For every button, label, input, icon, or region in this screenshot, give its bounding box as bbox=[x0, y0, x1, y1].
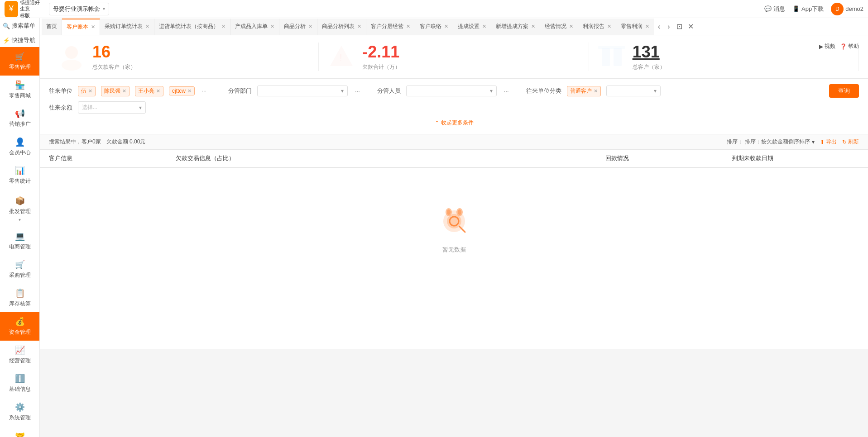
content-area: 首页 客户账本 ✕ 采购订单统计表 ✕ 进货单统计表（按商品） ✕ 产成品入库单… bbox=[40, 18, 868, 437]
tab-bar: 首页 客户账本 ✕ 采购订单统计表 ✕ 进货单统计表（按商品） ✕ 产成品入库单… bbox=[40, 18, 868, 35]
svg-point-13 bbox=[447, 209, 451, 215]
sidebar-item-retail-mall[interactable]: 🏪 零售商城 bbox=[0, 76, 39, 104]
tab-purchase-order[interactable]: 采购订单统计表 ✕ bbox=[100, 19, 154, 35]
quick-nav-icon: ⚡ bbox=[3, 37, 10, 44]
tab-close-icon[interactable]: ✕ bbox=[482, 24, 486, 29]
tab-close-icon[interactable]: ✕ bbox=[406, 24, 410, 29]
tab-close-icon[interactable]: ✕ bbox=[221, 24, 225, 29]
search-menu-button[interactable]: 🔍 搜索菜单 bbox=[0, 18, 39, 33]
more-tags-button[interactable]: ··· bbox=[200, 87, 208, 95]
sidebar-item-inventory[interactable]: 📋 库存核算 bbox=[0, 284, 39, 312]
tab-retail-profit[interactable]: 零售利润 ✕ bbox=[616, 19, 654, 35]
tab-prev-button[interactable]: ‹ bbox=[654, 23, 664, 31]
results-bar: 搜索结果中，客户0家 欠款金额 0.00元 排序： 排序：按欠款金额倒序排序 ▾… bbox=[40, 134, 868, 150]
help-button[interactable]: ❓ 帮助 bbox=[840, 43, 859, 50]
results-right-actions: 排序： 排序：按欠款金额倒序排序 ▾ ⬆ 导出 ↻ 刷新 bbox=[727, 138, 859, 146]
query-button[interactable]: 查询 bbox=[829, 84, 859, 98]
tab-close-icon[interactable]: ✕ bbox=[357, 24, 361, 29]
stat-text-total: 131 总客户（家） bbox=[633, 43, 665, 71]
message-icon: 💬 bbox=[764, 5, 772, 12]
tab-home[interactable]: 首页 bbox=[42, 19, 62, 35]
tab-expand-button[interactable]: ⊡ bbox=[674, 21, 685, 32]
tab-close-all-button[interactable]: ✕ bbox=[685, 21, 696, 32]
tab-close-icon[interactable]: ✕ bbox=[91, 24, 95, 30]
remove-icon[interactable]: ✕ bbox=[594, 88, 598, 94]
sidebar-item-marketing[interactable]: 📢 营销推广 bbox=[0, 104, 39, 133]
sidebar-item-system[interactable]: ⚙️ 系统管理 bbox=[0, 398, 39, 426]
svg-rect-4 bbox=[602, 48, 610, 66]
filter-tag-wu[interactable]: 伍 ✕ bbox=[78, 86, 96, 96]
tab-close-icon[interactable]: ✕ bbox=[569, 24, 573, 29]
tab-close-icon[interactable]: ✕ bbox=[531, 24, 535, 29]
remove-icon[interactable]: ✕ bbox=[187, 88, 192, 94]
unit-type-select[interactable]: ▾ bbox=[606, 86, 661, 96]
dept-select[interactable]: ▾ bbox=[257, 86, 348, 96]
tab-next-button[interactable]: › bbox=[664, 23, 673, 31]
sidebar-item-wholesale[interactable]: 📦 批发管理 ▾ bbox=[0, 191, 39, 227]
balance-select[interactable]: 选择... ▾ bbox=[78, 101, 146, 114]
inventory-icon: 📋 bbox=[15, 288, 25, 298]
total-customers-number: 16 bbox=[92, 43, 136, 62]
remove-icon[interactable]: ✕ bbox=[88, 88, 92, 94]
tab-profit-report[interactable]: 利润报告 ✕ bbox=[578, 19, 616, 35]
finance-icon: 💰 bbox=[15, 317, 25, 327]
user-avatar-area[interactable]: D demo2 bbox=[831, 3, 863, 15]
tab-close-icon[interactable]: ✕ bbox=[145, 24, 149, 29]
dept-more-button[interactable]: ··· bbox=[353, 87, 362, 95]
remove-icon[interactable]: ✕ bbox=[156, 88, 160, 94]
main-area: 🔍 搜索菜单 ⚡ 快捷导航 🛒 零售管理 🏪 零售商城 📢 营销推广 bbox=[0, 18, 868, 437]
table-container: 客户信息 欠款交易信息（占比） 回款情况 到期未收款日期 bbox=[40, 150, 868, 349]
filter-area: 往来单位 伍 ✕ 陈民强 ✕ 王小亮 ✕ bbox=[40, 79, 868, 134]
balance-filter-label: 往来余额 bbox=[49, 104, 72, 112]
tab-customer-layer[interactable]: 客户分层经营 ✕ bbox=[366, 19, 415, 35]
tab-commission-settings[interactable]: 提成设置 ✕ bbox=[453, 19, 491, 35]
tab-product-analysis[interactable]: 商品分析 ✕ bbox=[279, 19, 317, 35]
app-download-button[interactable]: 📱 App下载 bbox=[792, 5, 824, 13]
table-body: 暂无数据 bbox=[40, 168, 868, 349]
tab-purchase-stats[interactable]: 进货单统计表（按商品） ✕ bbox=[154, 19, 230, 35]
tab-customer-contact[interactable]: 客户联络 ✕ bbox=[415, 19, 453, 35]
tab-business-status[interactable]: 经营情况 ✕ bbox=[540, 19, 578, 35]
tab-product-entry[interactable]: 产成品入库单 ✕ bbox=[230, 19, 279, 35]
sidebar-item-basic-info[interactable]: ℹ️ 基础信息 bbox=[0, 369, 39, 398]
sidebar-item-ecommerce[interactable]: 💻 电商管理 bbox=[0, 227, 39, 255]
filter-tag-wang[interactable]: 王小亮 ✕ bbox=[135, 86, 163, 96]
tab-customer-account[interactable]: 客户账本 ✕ bbox=[62, 19, 100, 35]
tab-product-analysis-list[interactable]: 商品分析列表 ✕ bbox=[317, 19, 366, 35]
person-more-button[interactable]: ··· bbox=[502, 87, 511, 95]
sort-dropdown[interactable]: 排序： 排序：按欠款金额倒序排序 ▾ bbox=[727, 138, 815, 146]
stat-text-debt: -2.11 欠款合计（万） bbox=[362, 43, 400, 71]
filter-tag-chen[interactable]: 陈民强 ✕ bbox=[101, 86, 129, 96]
sidebar-item-operations[interactable]: 📈 经营管理 bbox=[0, 341, 39, 369]
sort-chevron-icon: ▾ bbox=[812, 139, 815, 145]
sidebar-item-finance[interactable]: 💰 资金管理 bbox=[0, 312, 39, 341]
top-right-actions: 💬 消息 📱 App下载 D demo2 bbox=[764, 3, 863, 15]
sidebar-item-member-center[interactable]: 👤 会员中心 bbox=[0, 133, 39, 161]
export-button[interactable]: ⬆ 导出 bbox=[820, 138, 837, 146]
remove-icon[interactable]: ✕ bbox=[122, 88, 126, 94]
debt-total-number: -2.11 bbox=[362, 43, 400, 62]
tab-close-icon[interactable]: ✕ bbox=[645, 24, 649, 29]
sidebar-item-purchase[interactable]: 🛒 采购管理 bbox=[0, 255, 39, 284]
tab-add-commission[interactable]: 新增提成方案 ✕ bbox=[491, 19, 540, 35]
quick-nav-button[interactable]: ⚡ 快捷导航 bbox=[0, 33, 39, 47]
sidebar-item-retail-stats[interactable]: 📊 零售统计 bbox=[0, 161, 39, 190]
sidebar-item-retail-management[interactable]: 🛒 零售管理 bbox=[0, 47, 39, 76]
stat-block-debt: ! -2.11 欠款合计（万） bbox=[319, 43, 589, 71]
collapse-button[interactable]: ⌃ 收起更多条件 bbox=[49, 117, 859, 128]
filter-tag-normal-customer[interactable]: 普通客户 ✕ bbox=[567, 86, 601, 96]
tab-close-icon[interactable]: ✕ bbox=[308, 24, 312, 29]
tab-close-icon[interactable]: ✕ bbox=[444, 24, 448, 29]
stats-area: 16 总欠款客户（家） ! -2.11 欠款合计（万） bbox=[40, 35, 868, 79]
account-dropdown[interactable]: 母婴行业演示帐套 ▾ bbox=[49, 3, 109, 15]
col-header-repayment: 回款情况 bbox=[605, 154, 732, 162]
sidebar-item-enterprise[interactable]: 🤝 企业协同 bbox=[0, 426, 39, 437]
tab-close-icon[interactable]: ✕ bbox=[270, 24, 274, 29]
person-select[interactable]: ▾ bbox=[406, 86, 497, 96]
video-button[interactable]: ▶ 视频 bbox=[819, 43, 835, 50]
wholesale-icon: 📦 bbox=[15, 196, 25, 206]
refresh-button[interactable]: ↻ 刷新 bbox=[842, 138, 859, 146]
message-button[interactable]: 💬 消息 bbox=[764, 5, 785, 13]
tab-close-icon[interactable]: ✕ bbox=[607, 24, 611, 29]
filter-tag-cjttcw[interactable]: cjttcw ✕ bbox=[169, 86, 195, 95]
